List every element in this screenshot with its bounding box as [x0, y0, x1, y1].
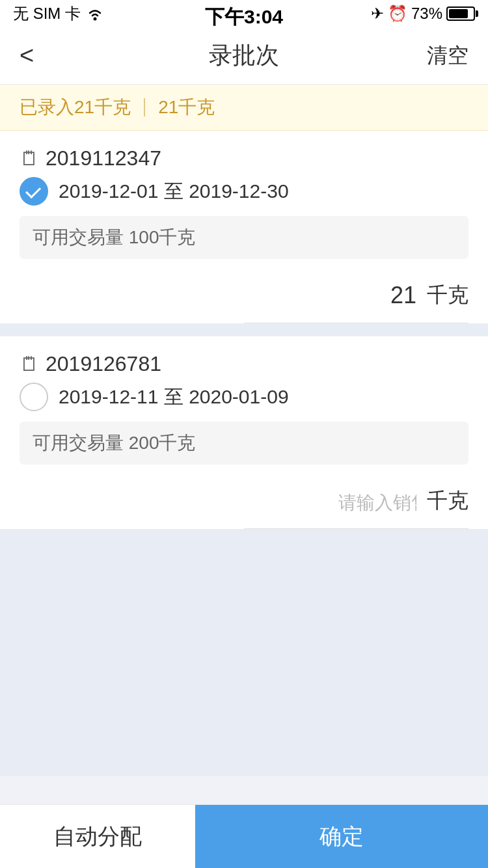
- page-title: 录批次: [209, 40, 279, 72]
- auto-distribute-button[interactable]: 自动分配: [0, 805, 195, 868]
- batch-2-id: 2019126781: [46, 352, 161, 376]
- back-button[interactable]: <: [20, 42, 34, 70]
- battery-percent: 73%: [411, 5, 442, 23]
- status-bar-left: 无 SIM 卡: [13, 3, 104, 24]
- status-bar-time: 下午3:04: [205, 4, 283, 31]
- status-bar-right: ✈ ⏰ 73%: [371, 5, 475, 23]
- svg-point-0: [94, 18, 97, 21]
- wifi-icon: [86, 7, 104, 21]
- batch-1-unit: 千克: [427, 281, 468, 310]
- recorded-label: 已录入21千克: [20, 95, 131, 120]
- batch-1-date-row: 2019-12-01 至 2019-12-30: [20, 177, 468, 206]
- batch-1-availability: 可用交易量 100千克: [20, 216, 468, 259]
- batch-2-icon: 🗒: [20, 353, 39, 375]
- batch-1-header: 🗒 2019112347: [20, 146, 468, 170]
- batch-1-date: 2019-12-01 至 2019-12-30: [59, 178, 289, 205]
- batch-2-quantity-row: 千克: [20, 480, 468, 528]
- status-bar: 无 SIM 卡 下午3:04 ✈ ⏰ 73%: [0, 0, 488, 27]
- location-icon: ✈: [371, 5, 384, 23]
- batch-2-quantity-input[interactable]: [338, 487, 416, 515]
- banner-divider: [144, 98, 145, 116]
- section-separator: [0, 323, 488, 336]
- battery-icon: [446, 7, 475, 21]
- carrier-text: 无 SIM 卡: [13, 3, 81, 24]
- empty-area: [0, 529, 488, 776]
- batch-2-date: 2019-12-11 至 2020-01-09: [59, 384, 289, 411]
- batch-1-quantity-row: 千克: [20, 275, 468, 323]
- batch-2-header: 🗒 2019126781: [20, 352, 468, 376]
- batch-1-quantity-input[interactable]: [338, 282, 416, 309]
- clear-button[interactable]: 清空: [427, 42, 468, 70]
- info-banner: 已录入21千克 21千克: [0, 85, 488, 131]
- batch-1-radio[interactable]: [20, 177, 48, 206]
- batch-1-card: 🗒 2019112347 2019-12-01 至 2019-12-30 可用交…: [0, 131, 488, 323]
- recorded-value: 21千克: [158, 95, 215, 120]
- batch-2-radio[interactable]: [20, 383, 48, 411]
- batch-1-id: 2019112347: [46, 146, 161, 170]
- batch-2-unit: 千克: [427, 487, 468, 515]
- batch-2-availability: 可用交易量 200千克: [20, 422, 468, 465]
- batch-2-card: 🗒 2019126781 2019-12-11 至 2020-01-09 可用交…: [0, 336, 488, 529]
- batch-2-date-row: 2019-12-11 至 2020-01-09: [20, 383, 468, 411]
- nav-bar: < 录批次 清空: [0, 27, 488, 85]
- alarm-icon: ⏰: [388, 5, 407, 23]
- confirm-button[interactable]: 确定: [195, 805, 488, 868]
- batch-1-icon: 🗒: [20, 148, 39, 170]
- bottom-bar: 自动分配 确定: [0, 804, 488, 868]
